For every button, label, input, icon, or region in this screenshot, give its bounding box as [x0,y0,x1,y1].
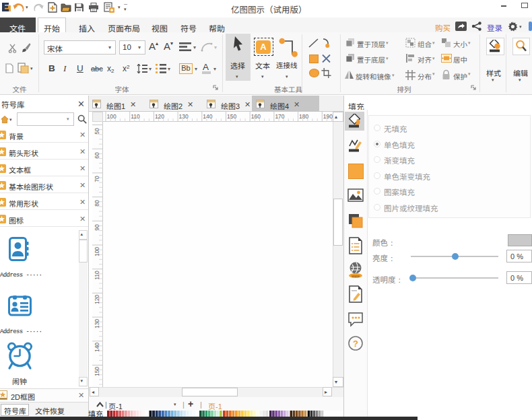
svg-text:?: ? [353,339,358,349]
svg-text:www: www [351,274,360,278]
